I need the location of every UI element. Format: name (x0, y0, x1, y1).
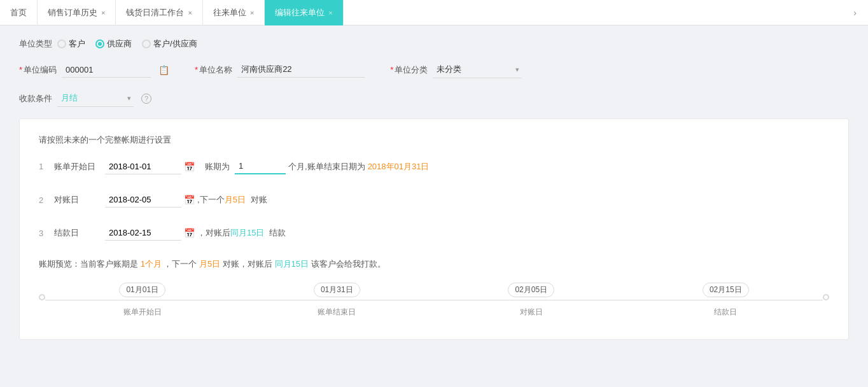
date-row-1: 1 账单开始日 📅 账期为 个月,账单结束日期为 2018年01月31日 (39, 158, 829, 174)
period-input[interactable] (235, 158, 286, 174)
unit-category-label: *单位分类 (390, 64, 428, 76)
payment-suffix-pre: ，对账后 (197, 227, 230, 239)
period-suffix: 个月,账单结束日期为 (288, 161, 365, 172)
radio-both-label: 客户/供应商 (153, 38, 197, 50)
payment-label: 收款条件 (19, 93, 52, 104)
tl-node-2-wrap: 01月31日 账单结束日 (240, 283, 435, 318)
payment-value: 月结 (61, 92, 125, 104)
tab-close-partner-unit[interactable]: × (250, 9, 254, 17)
row-num-3: 3 (39, 229, 54, 238)
tl-badge-1: 01月01日 (119, 283, 165, 297)
radio-supplier-label: 供应商 (107, 38, 132, 50)
radio-both[interactable]: 客户/供应商 (142, 38, 197, 50)
tab-sales-history[interactable]: 销售订单历史 × (38, 0, 116, 25)
payment-suffix-post: 结款 (269, 227, 286, 239)
reconcile-date-input[interactable] (105, 192, 181, 208)
start-date-input[interactable] (105, 159, 181, 174)
main-content: 单位类型 客户 供应商 客户/供应商 *单位编码 (0, 25, 868, 387)
radio-supplier-circle (95, 39, 104, 48)
tl-label-2: 账单结束日 (318, 307, 356, 318)
radio-customer-circle (57, 39, 66, 48)
unit-category-select[interactable]: 未分类 ▾ (433, 61, 522, 78)
period-end-date: 2018年01月31日 (368, 161, 430, 172)
tl-node-4-wrap: 02月15日 结款日 (629, 283, 823, 318)
unit-name-label: *单位名称 (195, 64, 232, 76)
radio-customer-label: 客户 (69, 38, 85, 50)
tab-partner-unit[interactable]: 往来单位 × (203, 0, 265, 25)
row-label-3: 结款日 (54, 227, 105, 239)
date-row-3: 3 结款日 📅 ，对账后 同月15日 结款 (39, 225, 829, 241)
tl-node-3-wrap: 02月05日 对账日 (434, 283, 629, 318)
radio-both-circle (142, 39, 151, 48)
code-name-cat-row: *单位编码 📋 *单位名称 *单位分类 未分类 ▾ (19, 61, 849, 78)
reconcile-date-calendar-icon[interactable]: 📅 (184, 195, 195, 205)
unit-type-label: 单位类型 (19, 38, 52, 50)
unit-type-item: 单位类型 客户 供应商 客户/供应商 (19, 38, 197, 50)
tab-bar: 首页 销售订单历史 × 钱货日清工作台 × 往来单位 × 编辑往来单位 × › (0, 0, 868, 25)
tl-end-dot (823, 294, 829, 300)
tl-label-3: 对账日 (520, 307, 543, 318)
help-icon[interactable]: ? (141, 94, 151, 104)
unit-type-radio-group: 客户 供应商 客户/供应商 (57, 38, 197, 50)
settings-card: 请按照未来的一个完整帐期进行设置 1 账单开始日 📅 账期为 个月,账单结束日期… (19, 118, 849, 340)
tl-node-1-wrap: 01月01日 账单开始日 (45, 283, 240, 318)
tab-more-arrow[interactable]: › (847, 8, 863, 18)
preview-text: 账期预览：当前客户账期是 1个月 ，下一个 月5日 对账，对账后 同月15日 该… (39, 258, 829, 270)
tl-label-4: 结款日 (714, 307, 737, 318)
tab-close-cash-ledger[interactable]: × (188, 9, 192, 17)
reconcile-suffix-pre: ,下一个 (197, 194, 225, 206)
tl-badge-4: 02月15日 (703, 283, 749, 297)
row-label-2: 对账日 (54, 194, 105, 206)
payment-row: 收款条件 月结 ▾ ? (19, 90, 849, 107)
payment-date-calendar-icon[interactable]: 📅 (184, 228, 195, 238)
tl-start-dot (39, 294, 45, 300)
tl-end-dot-wrap (823, 294, 829, 300)
payment-highlight: 同月15日 (230, 227, 264, 239)
tl-badge-2: 01月31日 (314, 283, 360, 297)
tab-close-sales-history[interactable]: × (101, 9, 105, 17)
row-num-2: 2 (39, 195, 54, 205)
card-title: 请按照未来的一个完整帐期进行设置 (39, 134, 829, 146)
reconcile-highlight: 月5日 (225, 194, 246, 206)
category-chevron-icon: ▾ (515, 66, 519, 74)
timeline-container: 01月01日 账单开始日 01月31日 账单结束日 02月05日 对账日 02月… (39, 283, 829, 324)
tl-badge-3: 02月05日 (508, 283, 554, 297)
tab-home[interactable]: 首页 (5, 0, 38, 25)
payment-date-input[interactable] (105, 225, 181, 241)
tab-cash-ledger[interactable]: 钱货日清工作台 × (116, 0, 202, 25)
row-label-1: 账单开始日 (54, 161, 105, 172)
payment-chevron-icon: ▾ (127, 94, 131, 102)
unit-type-row: 单位类型 客户 供应商 客户/供应商 (19, 38, 849, 50)
tl-start-dot-wrap (39, 294, 45, 300)
unit-code-label: *单位编码 (19, 64, 57, 76)
tab-edit-partner[interactable]: 编辑往来单位 × (265, 0, 343, 25)
tab-close-edit-partner[interactable]: × (328, 9, 332, 17)
row-num-1: 1 (39, 162, 54, 171)
payment-item: 收款条件 月结 ▾ ? (19, 90, 151, 107)
copy-icon[interactable]: 📋 (158, 65, 169, 75)
unit-category-value: 未分类 (437, 64, 513, 75)
radio-customer[interactable]: 客户 (57, 38, 85, 50)
unit-code-input[interactable] (62, 62, 151, 78)
start-date-calendar-icon[interactable]: 📅 (184, 162, 195, 172)
reconcile-suffix-post: 对账 (251, 194, 267, 206)
date-row-2: 2 对账日 📅 ,下一个 月5日 对账 (39, 192, 829, 208)
unit-name-item: *单位名称 (195, 62, 365, 78)
unit-code-item: *单位编码 📋 (19, 62, 169, 78)
unit-name-input[interactable] (237, 62, 365, 78)
unit-category-item: *单位分类 未分类 ▾ (390, 61, 522, 78)
period-prefix: 账期为 (205, 161, 230, 172)
payment-select[interactable]: 月结 ▾ (57, 90, 134, 107)
radio-supplier[interactable]: 供应商 (95, 38, 132, 50)
tl-label-1: 账单开始日 (123, 307, 162, 318)
